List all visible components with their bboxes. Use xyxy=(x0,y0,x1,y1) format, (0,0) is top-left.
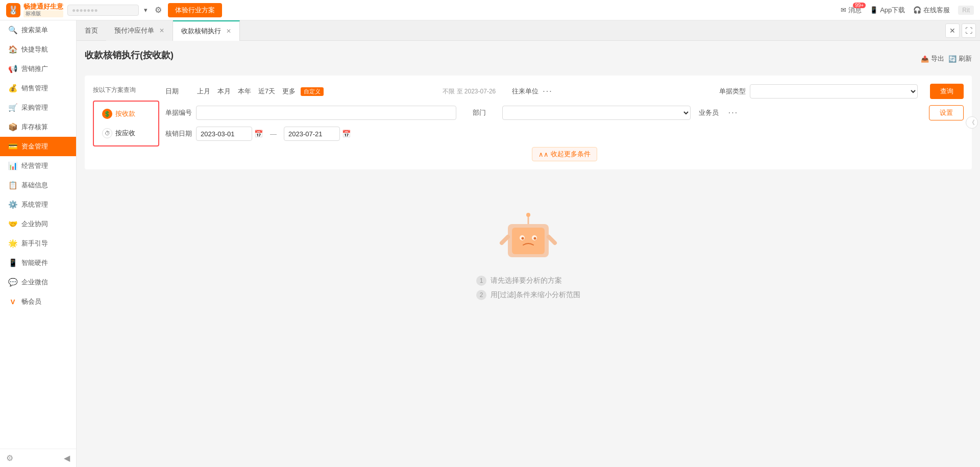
sidebar-label-quick-nav: 快捷导航 xyxy=(21,45,48,54)
operations-icon: 📊 xyxy=(8,161,17,170)
wechat-icon: 💬 xyxy=(8,278,17,287)
tab-collect[interactable]: 收款核销执行 ✕ xyxy=(173,20,240,41)
query-option-by-receipt[interactable]: 💲 按收款 xyxy=(98,106,154,122)
prepay-tab-close-icon[interactable]: ✕ xyxy=(159,27,164,34)
page-title: 收款核销执行(按收款) xyxy=(85,49,174,61)
sales-field: 业务员 ··· xyxy=(699,108,917,117)
verify-date-from-calendar-icon[interactable]: 📅 xyxy=(254,130,263,138)
query-button[interactable]: 查询 xyxy=(930,84,964,99)
tab-maximize-button[interactable]: ⛶ xyxy=(962,23,976,38)
app-name: 畅捷通好生意 xyxy=(23,3,63,11)
empty-hint-2: 2 用[过滤]条件来缩小分析范围 xyxy=(476,290,580,300)
service-icon: 🎧 xyxy=(913,6,921,14)
download-icon: 📱 xyxy=(870,6,878,14)
sidebar-item-search-menu[interactable]: 🔍 搜索菜单 xyxy=(0,20,76,40)
verify-date-to-group: 📅 xyxy=(284,127,351,141)
more-date-link[interactable]: 更多 xyxy=(280,86,298,97)
sidebar-item-guide[interactable]: 🌟 新手引导 xyxy=(0,234,76,253)
system-icon: ⚙️ xyxy=(8,200,17,209)
empty-hint-1: 1 请先选择要分析的方案 xyxy=(476,276,580,286)
sidebar-label-marketing: 营销推广 xyxy=(21,64,48,73)
gear-icon[interactable]: ⚙ xyxy=(153,3,164,17)
tab-bar: 首页 预付冲应付单 ✕ 收款核销执行 ✕ ✕ ⛶ xyxy=(77,20,980,41)
app-download-button[interactable]: 📱 App下载 xyxy=(870,6,905,15)
sidebar-item-finance[interactable]: 💳 资金管理 xyxy=(0,137,76,156)
tab-home[interactable]: 首页 xyxy=(77,20,106,41)
verify-date-from-group: 📅 xyxy=(196,127,263,141)
receivable-icon: ⏱ xyxy=(102,128,112,138)
custom-date-badge[interactable]: 自定义 xyxy=(301,87,324,96)
verify-date-to-input[interactable] xyxy=(284,127,340,141)
export-button[interactable]: 📤 导出 xyxy=(921,54,944,63)
main-layout: 🔍 搜索菜单 🏠 快捷导航 📢 营销推广 💰 销售管理 🛒 采购管理 📦 库存核… xyxy=(0,20,980,467)
refresh-icon: 🔄 xyxy=(948,55,957,63)
sidebar-item-quick-nav[interactable]: 🏠 快捷导航 xyxy=(0,40,76,59)
settings-button[interactable]: 设置 xyxy=(929,105,964,120)
search-input-top[interactable] xyxy=(67,5,139,16)
content-area: 首页 预付冲应付单 ✕ 收款核销执行 ✕ ✕ ⛶ 收款核销执行(按收款) xyxy=(77,20,980,467)
industry-solution-button[interactable]: 体验行业方案 xyxy=(168,3,222,17)
svg-point-9 xyxy=(526,213,530,217)
tab-prepay[interactable]: 预付冲应付单 ✕ xyxy=(106,20,173,41)
verify-date-to-calendar-icon[interactable]: 📅 xyxy=(342,130,351,138)
member-icon: V xyxy=(8,298,17,306)
sidebar-label-basic-info: 基础信息 xyxy=(21,181,48,190)
date-hint-text: 不限 至 2023-07-26 xyxy=(443,87,496,96)
sidebar-item-wechat[interactable]: 💬 企业微信 xyxy=(0,273,76,292)
top-bar: 🐰 畅捷通好生意 标准版 ▾ ⚙ 体验行业方案 ✉ 消息 99+ 📱 App下载… xyxy=(0,0,980,20)
search-menu-icon: 🔍 xyxy=(8,26,17,35)
sidebar-item-basic-info[interactable]: 📋 基础信息 xyxy=(0,176,76,195)
logo-icon: 🐰 xyxy=(6,3,20,17)
sidebar-label-member: 畅会员 xyxy=(21,297,41,306)
sidebar-settings-icon[interactable]: ⚙ xyxy=(6,453,13,463)
dept-select[interactable] xyxy=(502,106,691,120)
query-label: 按以下方案查询 xyxy=(93,84,159,96)
online-service-button[interactable]: 🎧 在线客服 xyxy=(913,6,950,15)
counterparty-field: 往来单位 ··· xyxy=(512,87,710,96)
search-panel: 按以下方案查询 💲 按收款 ⏱ 按应收 xyxy=(85,76,972,169)
collapse-conditions-button[interactable]: ∧∧ 收起更多条件 xyxy=(532,147,597,161)
tab-close-window-button[interactable]: ✕ xyxy=(945,23,960,38)
page-header-actions: 📤 导出 🔄 刷新 xyxy=(921,54,972,63)
doc-no-input[interactable] xyxy=(196,106,456,120)
last-month-link[interactable]: 上月 xyxy=(195,86,212,97)
last-7days-link[interactable]: 近7天 xyxy=(256,86,277,97)
sidebar-item-inventory[interactable]: 📦 库存核算 xyxy=(0,117,76,137)
collect-tab-close-icon[interactable]: ✕ xyxy=(226,28,231,35)
hint-text-2: 用[过滤]条件来缩小分析范围 xyxy=(491,290,580,300)
refresh-button[interactable]: 🔄 刷新 xyxy=(948,54,972,63)
sidebar-item-member[interactable]: V 畅会员 xyxy=(0,292,76,311)
collect-tab-label: 收款核销执行 xyxy=(181,27,221,36)
form-row-3: 核销日期 📅 — 📅 xyxy=(165,127,964,141)
verify-date-from-input[interactable] xyxy=(196,127,252,141)
sidebar-label-guide: 新手引导 xyxy=(21,239,48,248)
sidebar-item-hardware[interactable]: 📱 智能硬件 xyxy=(0,253,76,273)
hint-text-1: 请先选择要分析的方案 xyxy=(491,276,562,285)
sidebar-item-operations[interactable]: 📊 经营管理 xyxy=(0,156,76,176)
sidebar-item-sales[interactable]: 💰 销售管理 xyxy=(0,79,76,98)
message-button[interactable]: ✉ 消息 99+ xyxy=(841,6,862,15)
doc-no-label: 单据编号 xyxy=(165,108,192,117)
sidebar-item-purchase[interactable]: 🛒 采购管理 xyxy=(0,98,76,117)
dept-label: 部门 xyxy=(473,108,498,117)
finance-icon: 💳 xyxy=(8,142,17,151)
counterparty-ellipsis-icon[interactable]: ··· xyxy=(543,87,552,96)
sales-ellipsis-icon[interactable]: ··· xyxy=(728,108,738,117)
by-receipt-label: 按收款 xyxy=(115,109,135,118)
sidebar-label-search-menu: 搜索菜单 xyxy=(21,26,48,35)
sidebar-collapse-icon[interactable]: ◀ xyxy=(64,453,70,463)
collapse-panel-button[interactable]: 《 xyxy=(966,116,978,129)
sidebar: 🔍 搜索菜单 🏠 快捷导航 📢 营销推广 💰 销售管理 🛒 采购管理 📦 库存核… xyxy=(0,20,77,467)
user-name-display[interactable]: Rit xyxy=(958,6,974,15)
query-option-by-receivable[interactable]: ⏱ 按应收 xyxy=(98,125,154,141)
this-month-link[interactable]: 本月 xyxy=(215,86,233,97)
sidebar-item-marketing[interactable]: 📢 营销推广 xyxy=(0,59,76,79)
query-button-container: 查询 xyxy=(930,84,964,99)
sidebar-item-system[interactable]: ⚙️ 系统管理 xyxy=(0,195,76,214)
this-year-link[interactable]: 本年 xyxy=(236,86,253,97)
empty-svg xyxy=(498,206,559,267)
doc-type-select[interactable] xyxy=(750,84,918,99)
date-filter: 上月 本月 本年 近7天 更多 自定义 xyxy=(195,86,324,97)
sidebar-item-enterprise[interactable]: 🤝 企业协同 xyxy=(0,214,76,234)
dropdown-chevron-icon[interactable]: ▾ xyxy=(143,5,149,15)
